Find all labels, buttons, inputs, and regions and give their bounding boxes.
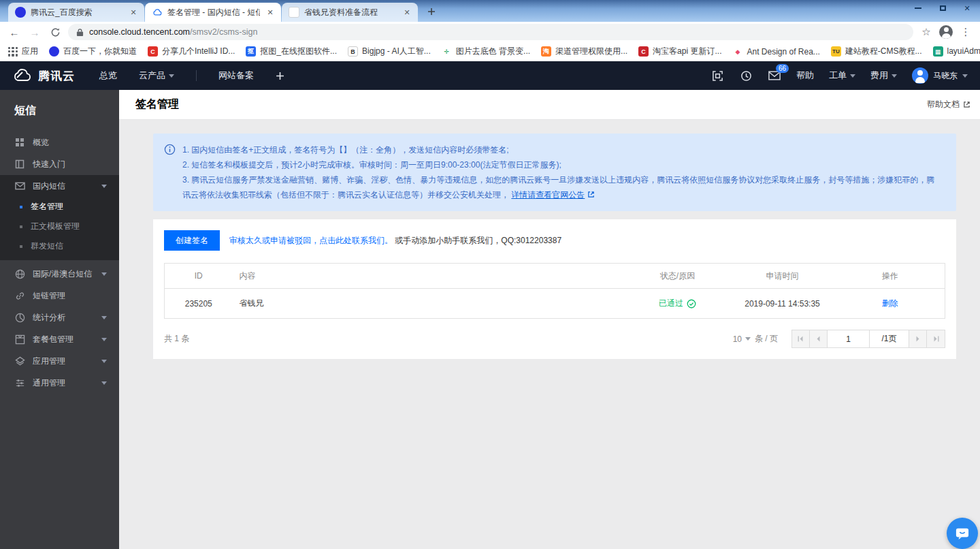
messages-icon[interactable]: 66: [768, 69, 781, 82]
bookmark-apps[interactable]: 应用: [8, 46, 38, 57]
sidebar-item-bulk-sms[interactable]: 群发短信: [0, 236, 119, 256]
taobao-favicon: 淘: [541, 46, 551, 57]
bullet-icon: [20, 225, 22, 228]
bookmark-item[interactable]: B Bigjpg - AI人工智...: [348, 46, 431, 57]
nav-products[interactable]: 云产品: [139, 69, 174, 82]
bookmark-item[interactable]: 淘 渠道管理权限使用...: [541, 46, 627, 57]
apps-grid-icon: [8, 47, 18, 57]
lock-icon: [76, 28, 84, 37]
bookmark-item[interactable]: 百度一下，你就知道: [49, 46, 137, 57]
create-signature-button[interactable]: 创建签名: [164, 230, 220, 251]
chevron-down-icon: [101, 360, 107, 363]
delete-link[interactable]: 删除: [882, 298, 898, 308]
prev-page-button[interactable]: [810, 330, 828, 347]
csdn-favicon: C: [148, 46, 158, 57]
sidebar-item-app-management[interactable]: 应用管理: [0, 350, 119, 372]
status-badge: 已通过: [659, 298, 696, 309]
guide-icon: [14, 159, 25, 170]
announcement-link[interactable]: 详情请查看官网公告: [511, 190, 585, 200]
account-menu[interactable]: 马晓东: [912, 67, 968, 84]
nav-ticket[interactable]: 工单: [829, 69, 855, 82]
window-controls: ✕: [911, 3, 975, 13]
bookmark-item[interactable]: C 淘宝客api 更新订...: [638, 46, 721, 57]
external-link-icon: [587, 191, 595, 198]
last-page-icon: [933, 336, 939, 342]
col-header-id: ID: [165, 264, 233, 289]
chevron-down-icon: [850, 74, 855, 78]
page-size-unit: 条 / 页: [755, 333, 778, 345]
table-row: 235205 省钱兄 已通过 2019-09-11 14:53:35 删除: [165, 289, 945, 319]
check-circle-icon: [687, 299, 696, 309]
bookmark-item[interactable]: 抠 抠图_在线抠图软件...: [246, 46, 337, 57]
browser-tab-doc[interactable]: 省钱兄资料准备流程 ✕: [282, 3, 418, 22]
message-count-badge: 66: [776, 64, 789, 73]
divider: [196, 70, 197, 81]
bookmarks-bar: 应用 百度一下，你就知道 C 分享几个IntelliJ ID... 抠 抠图_在…: [0, 42, 980, 61]
new-tab-button[interactable]: [423, 3, 440, 20]
window-maximize-button[interactable]: [935, 3, 950, 13]
customer-service-chat-button[interactable]: [947, 518, 978, 549]
browser-tab-baidu[interactable]: 腾讯云_百度搜索 ✕: [8, 3, 144, 22]
nav-add-shortcut[interactable]: [276, 72, 284, 80]
bookmark-star-icon[interactable]: ☆: [919, 25, 934, 40]
qrcode-console-icon[interactable]: [710, 69, 724, 82]
bookmark-item[interactable]: ◆ Ant Design of Rea...: [732, 46, 819, 57]
console-top-nav: 腾讯云 总览 云产品 网站备案 66 帮助 工单 费用 马晓东: [0, 61, 980, 90]
next-page-icon: [915, 336, 921, 342]
signature-table-card: 创建签名 审核太久或申请被驳回，点击此处联系我们。 或手动添加小助手联系我们，Q…: [153, 219, 956, 359]
blank-page-favicon: [289, 7, 299, 18]
next-page-button[interactable]: [909, 330, 927, 347]
koutu-favicon: 抠: [246, 46, 256, 57]
back-icon[interactable]: ←: [7, 25, 22, 40]
address-bar[interactable]: console.cloud.tencent.com/smsv2/csms-sig…: [68, 24, 913, 40]
page-size-select[interactable]: 10: [733, 334, 751, 344]
bookmark-item[interactable]: ▦ layuiAdmin - 通用...: [933, 46, 980, 57]
nav-overview[interactable]: 总览: [99, 69, 117, 82]
tab-close-icon[interactable]: ✕: [265, 7, 276, 18]
nav-beian[interactable]: 网站备案: [218, 69, 254, 82]
first-page-button[interactable]: [792, 330, 810, 347]
sidebar-item-template-management[interactable]: 正文模板管理: [0, 217, 119, 236]
help-doc-link[interactable]: 帮助文档: [927, 99, 970, 110]
col-header-apply-time: 申请时间: [730, 264, 836, 289]
sidebar-item-general-management[interactable]: 通用管理: [0, 372, 119, 394]
contact-us-link[interactable]: 审核太久或申请被驳回，点击此处联系我们。: [229, 236, 393, 245]
tab-close-icon[interactable]: ✕: [402, 7, 412, 18]
chevron-down-icon: [101, 185, 107, 188]
first-page-icon: [798, 336, 804, 342]
page-title: 签名管理: [135, 97, 179, 112]
window-minimize-button[interactable]: [911, 3, 926, 13]
notice-line-1: 1. 国内短信由签名+正文组成，签名符号为【】（注：全角），发送短信内容时必须带…: [182, 142, 943, 157]
tab-close-icon[interactable]: ✕: [128, 7, 139, 18]
sidebar-item-international-sms[interactable]: 国际/港澳台短信: [0, 263, 119, 285]
browser-profile-avatar[interactable]: [939, 25, 953, 39]
sidebar: 短信 概览 快速入门 国内短信 签名管理: [0, 90, 119, 549]
bookmark-item[interactable]: ✛ 图片去底色 背景变...: [442, 46, 530, 57]
sidebar-item-shortlink[interactable]: 短链管理: [0, 285, 119, 307]
sidebar-item-package-management[interactable]: 套餐包管理: [0, 328, 119, 350]
cms-tutorial-favicon: TU: [831, 46, 841, 57]
window-close-button[interactable]: ✕: [960, 3, 975, 13]
cell-id: 235205: [165, 289, 233, 319]
username: 马晓东: [933, 70, 958, 82]
reload-icon[interactable]: [48, 25, 63, 40]
bookmark-item[interactable]: C 分享几个IntelliJ ID...: [148, 46, 235, 57]
sidebar-item-quickstart[interactable]: 快速入门: [0, 153, 119, 175]
chevron-down-icon: [101, 381, 107, 385]
browser-tab-sms-console[interactable]: 签名管理 - 国内短信 - 短信 - 控... ✕: [145, 3, 281, 22]
sidebar-item-overview[interactable]: 概览: [0, 131, 119, 153]
chevron-down-icon: [745, 337, 751, 341]
history-clock-icon[interactable]: [739, 69, 753, 82]
browser-menu-icon[interactable]: ⋮: [958, 25, 973, 40]
sidebar-item-signature-management[interactable]: 签名管理: [0, 197, 119, 217]
sidebar-item-domestic-sms[interactable]: 国内短信: [0, 175, 119, 197]
forward-icon[interactable]: →: [27, 25, 42, 40]
tencent-cloud-logo[interactable]: 腾讯云: [12, 68, 75, 84]
nav-billing[interactable]: 费用: [870, 69, 897, 82]
bookmark-item[interactable]: TU 建站教程-CMS教程...: [831, 46, 922, 57]
sidebar-item-statistics[interactable]: 统计分析: [0, 307, 119, 328]
nav-help[interactable]: 帮助: [796, 69, 814, 82]
bullet-icon: [20, 245, 22, 248]
page-number-input[interactable]: [828, 330, 870, 347]
last-page-button[interactable]: [927, 330, 945, 347]
